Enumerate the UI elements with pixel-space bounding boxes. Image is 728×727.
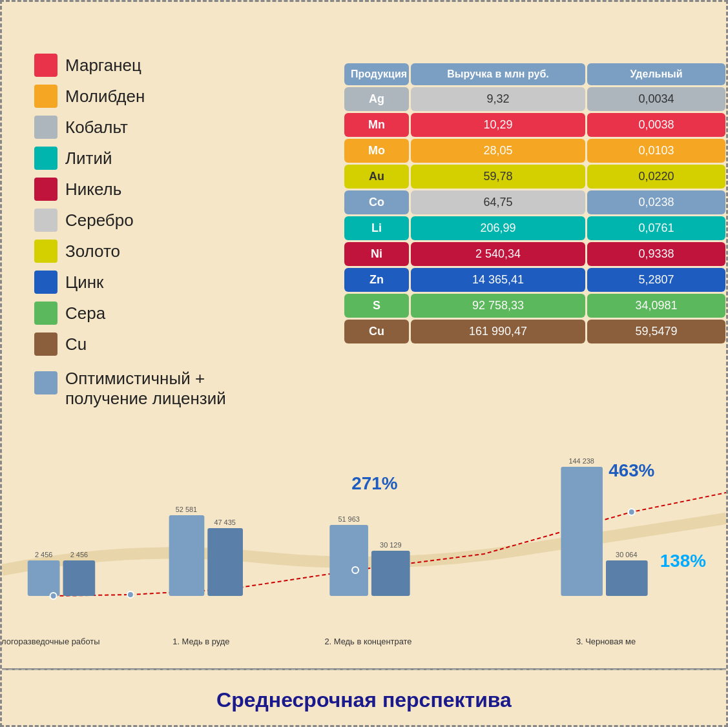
legend-item-nikel: Никель: [34, 178, 226, 201]
td-ni-product: Ni: [344, 242, 409, 266]
td-cu-product: Cu: [344, 320, 409, 343]
legend-color-cu: [34, 333, 57, 356]
th-revenue: Выручка в млн руб.: [411, 63, 585, 85]
svg-text:30 129: 30 129: [380, 541, 401, 549]
svg-text:463%: 463%: [608, 460, 654, 480]
legend-item-optimistic: Оптимистичный +получение лицензий: [34, 369, 226, 409]
td-zn-unit: 5,2807: [587, 268, 725, 292]
svg-rect-6: [207, 528, 243, 596]
svg-text:52 581: 52 581: [176, 506, 197, 513]
th-unit: Удельный: [587, 63, 725, 85]
svg-rect-0: [28, 560, 60, 596]
legend-color-serebro: [34, 209, 57, 232]
legend-item-sera: Сера: [34, 302, 226, 325]
legend-label-zoloto: Золото: [65, 241, 120, 261]
svg-text:3. Черновая ме: 3. Черновая ме: [576, 637, 636, 646]
td-cu-unit: 59,5479: [587, 320, 725, 343]
legend-color-sera: [34, 302, 57, 325]
legend-label-nikel: Никель: [65, 179, 121, 200]
svg-rect-17: [606, 560, 648, 596]
chart-area: 2 456 2 456 52 581 47 435 271% 51 963 30…: [2, 454, 726, 660]
td-li-unit: 0,0761: [587, 216, 725, 240]
svg-rect-15: [561, 467, 603, 596]
td-co-revenue: 64,75: [411, 190, 585, 214]
legend-item-molibden: Молибден: [34, 85, 226, 108]
legend-color-kobalt: [34, 116, 57, 139]
td-co-unit: 0,0238: [587, 190, 725, 214]
table-row-co: Co 64,75 0,0238: [344, 190, 725, 214]
legend-item-marganets: Марганец: [34, 54, 226, 77]
td-s-unit: 34,0981: [587, 294, 725, 318]
svg-rect-4: [169, 515, 205, 596]
td-mn-revenue: 10,29: [411, 113, 585, 137]
legend-item-cu: Cu: [34, 333, 226, 356]
td-au-revenue: 59,78: [411, 165, 585, 189]
svg-text:138%: 138%: [660, 551, 706, 571]
legend-item-tsink: Цинк: [34, 271, 226, 294]
legend-color-molibden: [34, 85, 57, 108]
td-co-product: Co: [344, 190, 409, 214]
svg-text:2. Медь в концентрате: 2. Медь в концентрате: [324, 637, 411, 646]
table-row-li: Li 206,99 0,0761: [344, 216, 725, 240]
td-s-revenue: 92 758,33: [411, 294, 585, 318]
legend-label-litiy: Литий: [65, 148, 112, 169]
legend-color-litiy: [34, 147, 57, 170]
legend-color-nikel: [34, 178, 57, 201]
legend-item-kobalt: Кобальт: [34, 116, 226, 139]
legend-label-serebro: Серебро: [65, 210, 134, 230]
svg-text:2 456: 2 456: [35, 551, 52, 558]
td-mo-unit: 0,0103: [587, 139, 725, 163]
table-row-mo: Mo 28,05 0,0103: [344, 139, 725, 163]
legend-color-tsink: [34, 271, 57, 294]
chart-svg: 2 456 2 456 52 581 47 435 271% 51 963 30…: [2, 454, 726, 660]
legend-item-serebro: Серебро: [34, 209, 226, 232]
svg-text:1. Медь в руде: 1. Медь в руде: [172, 637, 229, 646]
svg-point-25: [352, 567, 359, 573]
td-mo-revenue: 28,05: [411, 139, 585, 163]
td-au-unit: 0,0220: [587, 165, 725, 189]
legend-item-litiy: Литий: [34, 147, 226, 170]
svg-rect-2: [63, 560, 95, 596]
th-product: Продукция: [344, 63, 409, 85]
legend-label-marganets: Марганец: [65, 56, 141, 76]
legend-item-zoloto: Золото: [34, 240, 226, 263]
svg-text:51 963: 51 963: [338, 515, 359, 523]
td-au-product: Au: [344, 165, 409, 189]
table-row-cu: Cu 161 990,47 59,5479: [344, 320, 725, 343]
legend-label-sera: Сера: [65, 303, 105, 323]
table-row-zn: Zn 14 365,41 5,2807: [344, 268, 725, 292]
legend-color-zoloto: [34, 240, 57, 263]
main-container: Марганец Молибден Кобальт Литий Никель С…: [2, 2, 726, 725]
td-li-revenue: 206,99: [411, 216, 585, 240]
legend-color-marganets: [34, 54, 57, 77]
td-cu-revenue: 161 990,47: [411, 320, 585, 343]
td-ni-revenue: 2 540,34: [411, 242, 585, 266]
td-ni-unit: 0,9338: [587, 242, 725, 266]
svg-text:47 435: 47 435: [214, 518, 235, 526]
svg-text:144 238: 144 238: [568, 457, 594, 465]
svg-rect-11: [371, 551, 410, 596]
legend-label-cu: Cu: [65, 334, 87, 354]
td-mn-product: Mn: [344, 113, 409, 137]
legend-label-molibden: Молибден: [65, 87, 145, 107]
legend-label-kobalt: Кобальт: [65, 118, 128, 138]
svg-point-24: [127, 591, 134, 598]
svg-text:2 456: 2 456: [70, 551, 88, 558]
td-ag-unit: 0,0034: [587, 87, 725, 111]
bottom-divider: [2, 668, 726, 670]
td-mo-product: Mo: [344, 139, 409, 163]
table-header: Продукция Выручка в млн руб. Удельный: [344, 63, 725, 85]
td-s-product: S: [344, 294, 409, 318]
svg-text:271%: 271%: [351, 473, 397, 493]
td-li-product: Li: [344, 216, 409, 240]
bottom-title: Среднесрочная перспектива: [2, 688, 726, 712]
legend: Марганец Молибден Кобальт Литий Никель С…: [34, 54, 226, 409]
table-row-s: S 92 758,33 34,0981: [344, 294, 725, 318]
legend-label-optimistic: Оптимистичный +получение лицензий: [65, 369, 226, 409]
svg-point-26: [629, 509, 635, 515]
table-row-ag: Ag 9,32 0,0034: [344, 87, 725, 111]
svg-text:30 064: 30 064: [616, 551, 637, 558]
td-ag-revenue: 9,32: [411, 87, 585, 111]
legend-label-tsink: Цинк: [65, 272, 104, 292]
data-table: Продукция Выручка в млн руб. Удельный Ag…: [344, 63, 725, 345]
